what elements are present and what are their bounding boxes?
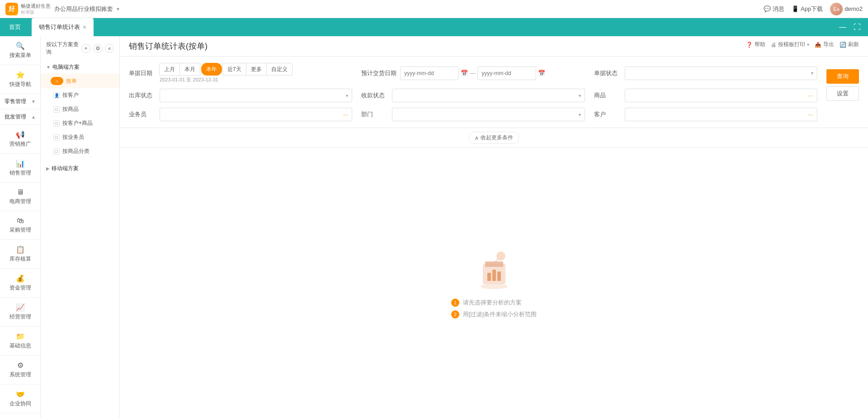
sidebar-item-finance[interactable]: 💰 资金管理 [0, 269, 40, 298]
expected-date-start[interactable] [400, 66, 459, 80]
page-title: 销售订单统计表(按单) [129, 41, 208, 56]
sidebar-item-search-menu[interactable]: 🔍 搜索菜单 [0, 36, 40, 65]
customer-product-icon: □ [53, 120, 60, 127]
scheme-item-by-customer[interactable]: 👤 按客户 [41, 88, 119, 102]
tab-minimize-icon[interactable]: — [837, 21, 848, 33]
chevron-down-icon: ▼ [46, 65, 51, 70]
chevron-up-icon: ▲ [31, 114, 36, 119]
scheme-add-btn[interactable]: + [81, 44, 90, 53]
filter-col-salesperson: 业务员 ··· [129, 108, 361, 121]
date-btn-last-month[interactable]: 上月 [159, 63, 180, 76]
filter-col-department: 部门 ▾ [361, 108, 594, 121]
page-header: 销售订单统计表(按单) ❓ 帮助 🖨 按模板打印 ▾ 📤 导出 [120, 36, 868, 57]
date-btn-current-year[interactable]: 本年 [201, 63, 222, 76]
expected-date-end[interactable] [477, 66, 536, 80]
tab-bar-actions: — ⛶ [837, 21, 868, 33]
help-btn[interactable]: ❓ 帮助 [746, 41, 765, 48]
filter-col-date: 单据日期 上月 本月 本年 近7天 更多 自定义 [129, 63, 361, 83]
date-btn-current-month[interactable]: 本月 [179, 63, 200, 76]
product-dots-icon[interactable]: ··· [808, 92, 813, 99]
tab-close-icon[interactable]: × [83, 24, 86, 31]
sidebar-item-inventory[interactable]: 📋 库存核算 [0, 240, 40, 269]
tab-active[interactable]: 销售订单统计表 × [32, 18, 94, 36]
user-area[interactable]: Ea demo2 [830, 3, 863, 15]
help-icon: ❓ [746, 42, 753, 48]
date-btn-7days[interactable]: 近7天 [222, 63, 246, 76]
avatar: Ea [830, 3, 843, 15]
scheme-section-mobile-header[interactable]: ▶ 移动端方案 [41, 162, 119, 175]
scheme-item-by-customer-product[interactable]: □ 按客户+商品 [41, 116, 119, 130]
salesperson-dots-icon[interactable]: ··· [343, 111, 349, 118]
date-label: 单据日期 [129, 69, 156, 77]
scheme-collapse-btn[interactable]: « [105, 44, 114, 53]
filter-area: 单据日期 上月 本月 本年 近7天 更多 自定义 [120, 57, 868, 128]
app-download-btn[interactable]: 📱 App下载 [792, 5, 823, 13]
print-btn[interactable]: 🖨 按模板打印 ▾ [771, 41, 809, 48]
sidebar-item-operations[interactable]: 📈 经营管理 [0, 298, 40, 327]
sidebar-item-marketing[interactable]: 📢 营销推广 [0, 125, 40, 154]
svg-rect-4 [492, 270, 496, 281]
sidebar-item-wholesale[interactable]: 批发管理 ▲ [0, 109, 40, 125]
tab-home[interactable]: 首页 [0, 18, 30, 36]
date-btn-custom[interactable]: 自定义 [266, 63, 292, 76]
order-status-select[interactable]: ▾ [625, 66, 817, 80]
finance-icon: 💰 [16, 274, 25, 283]
filter-row-2: 出库状态 ▾ 收款状态 ▾ [129, 89, 826, 102]
system-icon: ⚙ [17, 361, 24, 370]
reset-button[interactable]: 设置 [826, 86, 859, 101]
star-icon: ⭐ [16, 71, 25, 79]
payment-status-select[interactable]: ▾ [392, 89, 585, 102]
top-bar-left: 好 畅捷通好生意 标准版 办公用品行业模拟账套 ▾ [5, 3, 119, 15]
sidebar-item-purchase[interactable]: 🛍 采购管理 [0, 211, 40, 240]
sidebar-item-quick-nav[interactable]: ⭐ 快捷导航 [0, 65, 40, 94]
scheme-item-by-salesperson[interactable]: □ 按业务员 [41, 130, 119, 144]
basic-icon: 📁 [16, 332, 25, 341]
svg-rect-3 [487, 273, 491, 281]
tip-num-1: 1 [451, 299, 459, 307]
date-btn-more[interactable]: 更多 [246, 63, 267, 76]
scheme-item-by-order[interactable]: ○ 按单 [41, 74, 119, 88]
svg-rect-2 [485, 261, 503, 267]
filter-section: 单据日期 上月 本月 本年 近7天 更多 自定义 [129, 63, 826, 121]
scheme-section-desktop-header[interactable]: ▼ 电脑端方案 [41, 61, 119, 74]
collapse-btn[interactable]: ∧ 收起更多条件 [469, 132, 519, 144]
expected-date-label: 预计交货日期 [361, 69, 396, 77]
tab-bar: 首页 销售订单统计表 × — ⛶ [0, 18, 868, 36]
scheme-settings-btn[interactable]: ⚙ [93, 44, 102, 53]
svg-point-0 [481, 284, 508, 289]
tip-num-2: 2 [451, 310, 459, 318]
order-status-label: 单据状态 [594, 69, 621, 77]
expected-date-group: 📅 — 📅 [400, 66, 545, 80]
query-button[interactable]: 查询 [826, 69, 859, 84]
sidebar-item-retail[interactable]: 零售管理 ▼ [0, 94, 40, 109]
main-layout: 🔍 搜索菜单 ⭐ 快捷导航 零售管理 ▼ 批发管理 ▲ 📢 营销推广 📊 销售管… [0, 36, 868, 418]
sidebar-item-sales[interactable]: 📊 销售管理 [0, 154, 40, 183]
sidebar-item-system[interactable]: ⚙ 系统管理 [0, 356, 40, 385]
customer-label: 客户 [594, 110, 621, 119]
export-btn[interactable]: 📤 导出 [815, 41, 834, 48]
scheme-panel: 按以下方案查询 + ⚙ « ▼ 电脑端方案 ○ 按单 [41, 36, 120, 418]
calendar-end-icon[interactable]: 📅 [538, 70, 545, 76]
refresh-btn[interactable]: 🔄 刷新 [840, 41, 859, 48]
sidebar-item-newguide[interactable]: 🎯 新手引导 [0, 413, 40, 418]
ecommerce-icon: 🖥 [17, 188, 24, 196]
message-btn[interactable]: 💬 消息 [764, 5, 784, 13]
scheme-item-by-category[interactable]: □ 按商品分类 [41, 144, 119, 158]
calendar-start-icon[interactable]: 📅 [461, 70, 468, 76]
app-dropdown-icon[interactable]: ▾ [117, 6, 119, 12]
sidebar-item-enterprise[interactable]: 🤝 企业协同 [0, 385, 40, 413]
sales-icon: 📊 [16, 159, 25, 168]
delivery-status-select[interactable]: ▾ [160, 89, 352, 102]
customer-dots-icon[interactable]: ··· [808, 111, 813, 118]
date-filter-group: 上月 本月 本年 近7天 更多 自定义 [160, 63, 292, 76]
sidebar-item-basic[interactable]: 📁 基础信息 [0, 327, 40, 356]
department-select[interactable]: ▾ [392, 108, 585, 121]
empty-tip-2: 2 用[过滤]条件来缩小分析范围 [451, 310, 537, 318]
sidebar-item-ecommerce[interactable]: 🖥 电商管理 [0, 183, 40, 211]
filter-row-1: 单据日期 上月 本月 本年 近7天 更多 自定义 [129, 63, 826, 83]
purchase-icon: 🛍 [17, 217, 24, 225]
scheme-item-by-product[interactable]: □ 按商品 [41, 102, 119, 116]
tab-maximize-icon[interactable]: ⛶ [852, 21, 863, 33]
print-dropdown-arrow[interactable]: ▾ [807, 42, 809, 47]
content-area: 按以下方案查询 + ⚙ « ▼ 电脑端方案 ○ 按单 [41, 36, 868, 418]
